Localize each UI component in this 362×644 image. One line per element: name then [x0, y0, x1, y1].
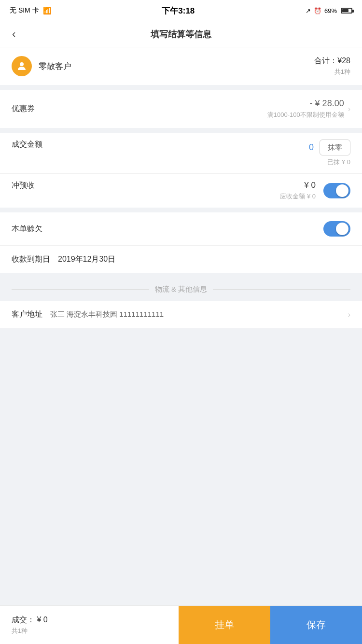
customer-section: 零散客户 合计：¥28 共1种	[0, 47, 362, 85]
customer-name: 零散客户	[39, 61, 71, 72]
no-sim-text: 无 SIM 卡	[10, 6, 39, 15]
prepayment-row: 冲预收 ¥ 0 应收金额 ¥ 0	[0, 174, 362, 208]
transaction-value[interactable]: 0	[309, 142, 314, 153]
customer-right: 合计：¥28 共1种	[314, 56, 350, 76]
prepay-amounts: ¥ 0 应收金额 ¥ 0	[280, 181, 316, 201]
coupon-row[interactable]: 优惠券 - ¥ 28.00 满1000-100不限制使用金额 ›	[0, 90, 362, 128]
nav-bar: ‹ 填写结算等信息	[0, 21, 362, 47]
address-section: 客户地址 张三 海淀永丰科技园 11111111111 ›	[0, 301, 362, 328]
address-row[interactable]: 客户地址 张三 海淀永丰科技园 11111111111 ›	[0, 301, 362, 328]
status-right: ↗ ⏰ 69%	[306, 7, 352, 14]
status-bar: 无 SIM 卡 📶 下午3:18 ↗ ⏰ 69%	[0, 0, 362, 21]
transaction-label: 成交金额	[12, 140, 42, 150]
debt-row: 本单赊欠	[0, 212, 362, 245]
transaction-row: 成交金额 0 抹零 已抹 ¥ 0	[0, 133, 362, 174]
hang-button[interactable]: 挂单	[179, 606, 270, 644]
battery-icon	[341, 8, 352, 14]
divider-line-left	[12, 289, 149, 290]
logistics-label: 物流 & 其他信息	[155, 285, 207, 294]
prepayment-toggle[interactable]	[323, 183, 350, 198]
coupon-right: - ¥ 28.00 满1000-100不限制使用金额 ›	[267, 98, 350, 119]
coupon-label: 优惠券	[12, 104, 35, 114]
amount-input-row: 0 抹零	[309, 140, 350, 155]
coupon-amount: - ¥ 28.00	[310, 98, 344, 109]
divider-line-right	[213, 289, 350, 290]
wifi-icon: 📶	[43, 7, 51, 14]
logistics-divider: 物流 & 其他信息	[0, 278, 362, 301]
round-button[interactable]: 抹零	[320, 140, 350, 155]
coupon-values: - ¥ 28.00 满1000-100不限制使用金额	[267, 98, 344, 119]
avatar	[12, 56, 32, 76]
save-button[interactable]: 保存	[270, 606, 362, 644]
due-date-row: 收款到期日 2019年12月30日	[0, 245, 362, 273]
chevron-right-icon: ›	[348, 105, 350, 113]
already-rounded-text: 已抹 ¥ 0	[327, 158, 350, 167]
amount-section: 成交金额 0 抹零 已抹 ¥ 0 冲预收 ¥ 0 应收金额 ¥ 0	[0, 133, 362, 208]
toggle-knob	[336, 184, 348, 197]
coupon-section: 优惠券 - ¥ 28.00 满1000-100不限制使用金额 ›	[0, 90, 362, 128]
bottom-transaction: 成交： ¥ 0	[12, 615, 167, 625]
prepay-amount: ¥ 0	[304, 181, 316, 190]
prepayment-label: 冲预收	[12, 181, 35, 191]
debt-toggle[interactable]	[323, 221, 350, 237]
bottom-transaction-amount: ¥ 0	[37, 616, 47, 624]
debt-toggle-knob	[336, 223, 348, 235]
address-value: 张三 海淀永丰科技园 11111111111	[50, 310, 344, 319]
coupon-description: 满1000-100不限制使用金额	[267, 111, 344, 119]
total-amount: 合计：¥28	[314, 56, 350, 66]
main-content: 零散客户 合计：¥28 共1种 优惠券 - ¥ 28.00 满1000-100不…	[0, 47, 362, 372]
transaction-right: 0 抹零 已抹 ¥ 0	[309, 140, 350, 167]
bottom-transaction-label: 成交：	[12, 616, 35, 624]
back-button[interactable]: ‹	[10, 26, 18, 43]
bottom-count: 共1种	[12, 627, 167, 635]
due-date-value[interactable]: 2019年12月30日	[58, 254, 115, 265]
total-count: 共1种	[314, 68, 350, 76]
battery-percent: 69%	[324, 7, 337, 14]
address-chevron-icon: ›	[348, 310, 350, 319]
bottom-bar: 成交： ¥ 0 共1种 挂单 保存	[0, 605, 362, 644]
debt-label: 本单赊欠	[12, 224, 42, 234]
location-icon: ↗	[306, 7, 311, 14]
status-time: 下午3:18	[162, 5, 195, 16]
alarm-icon: ⏰	[314, 7, 321, 14]
receivable-amount: 应收金额 ¥ 0	[280, 192, 316, 201]
debt-section: 本单赊欠 收款到期日 2019年12月30日	[0, 212, 362, 273]
svg-point-0	[20, 62, 24, 66]
page-title: 填写结算等信息	[151, 28, 211, 40]
customer-left: 零散客户	[12, 56, 71, 76]
address-label: 客户地址	[12, 309, 42, 320]
due-date-label: 收款到期日	[12, 254, 50, 265]
prepayment-right: ¥ 0 应收金额 ¥ 0	[280, 181, 350, 201]
status-left: 无 SIM 卡 📶	[10, 6, 51, 15]
bottom-info: 成交： ¥ 0 共1种	[0, 615, 179, 635]
